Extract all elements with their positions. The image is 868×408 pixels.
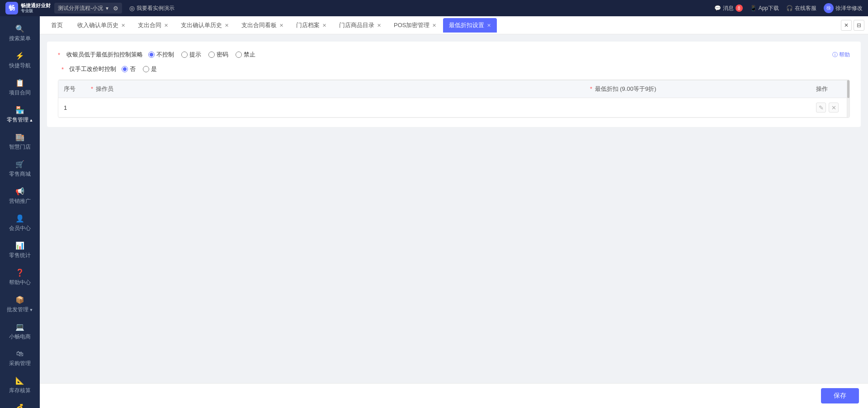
tab-store-products-label: 门店商品目录 bbox=[339, 21, 374, 29]
tab-payment-confirm-close-icon[interactable]: ✕ bbox=[225, 23, 229, 28]
tab-home[interactable]: 首页 bbox=[43, 18, 71, 33]
tab-more-btn[interactable]: ⊟ bbox=[854, 20, 864, 31]
tab-payment-contract-label: 支出合同 bbox=[138, 21, 161, 29]
sidebar-item-finance[interactable]: 💰 资金管理 bbox=[0, 399, 40, 408]
online-service-btn[interactable]: 🎧 在线客服 bbox=[786, 5, 816, 12]
strategy-forbid[interactable]: 禁止 bbox=[236, 51, 255, 59]
sidebar-item-help[interactable]: ❓ 帮助中心 bbox=[0, 264, 40, 291]
avatar: 徐 bbox=[824, 3, 834, 13]
tab-income-confirm-close-icon[interactable]: ✕ bbox=[121, 23, 125, 28]
sidebar-item-label: 搜索菜单 bbox=[9, 35, 31, 42]
strategy-forbid-input[interactable] bbox=[236, 52, 242, 58]
table-header-row: 序号 * 操作员 * 最低折扣 (9.00等于9折) bbox=[58, 80, 847, 98]
tab-payment-confirm[interactable]: 支出确认单历史 ✕ bbox=[175, 18, 235, 33]
strategy-required-mark: * bbox=[58, 52, 60, 58]
sidebar-item-inventory[interactable]: 📐 库存核算 bbox=[0, 372, 40, 399]
app-logo: 畅 畅捷通好业财 专业版 bbox=[5, 2, 51, 14]
tab-payment-contract-close-icon[interactable]: ✕ bbox=[164, 23, 168, 28]
tab-store-file[interactable]: 门店档案 ✕ bbox=[290, 18, 332, 33]
manual-yes[interactable]: 是 bbox=[143, 65, 157, 73]
tab-store-products-close-icon[interactable]: ✕ bbox=[377, 23, 381, 28]
strategy-password-label: 密码 bbox=[217, 51, 228, 59]
delete-icon[interactable]: ✕ bbox=[829, 103, 839, 113]
tab-min-discount[interactable]: 最低折扣设置 ✕ bbox=[443, 18, 497, 33]
tab-payment-board-close-icon[interactable]: ✕ bbox=[279, 23, 283, 28]
tab-pos-password-close-icon[interactable]: ✕ bbox=[432, 23, 436, 28]
tab-income-confirm-label: 收入确认单历史 bbox=[77, 21, 118, 29]
app-download-btn[interactable]: 📱 App下载 bbox=[750, 5, 779, 12]
tab-income-confirm[interactable]: 收入确认单历史 ✕ bbox=[71, 18, 131, 33]
action-icons: ✎ ✕ bbox=[816, 103, 841, 113]
strategy-password[interactable]: 密码 bbox=[208, 51, 228, 59]
sidebar-item-wholesale[interactable]: 📦 批发管理▼ bbox=[0, 291, 40, 318]
tab-store-products[interactable]: 门店商品目录 ✕ bbox=[333, 18, 387, 33]
project-chevron-icon: ▼ bbox=[105, 6, 109, 11]
retail-icon: 🏪 bbox=[15, 106, 24, 114]
smart-store-icon: 🏬 bbox=[15, 133, 24, 141]
scrollbar-thumb bbox=[847, 80, 849, 98]
tab-bar-actions: ✕ ⊟ bbox=[841, 20, 864, 31]
th-operator-required: * bbox=[91, 85, 93, 92]
sidebar-item-shortcut[interactable]: ⚡ 快捷导航 bbox=[0, 47, 40, 74]
app-edition: 专业版 bbox=[21, 9, 51, 14]
sidebar-item-marketing[interactable]: 📢 营销推广 bbox=[0, 183, 40, 210]
sidebar-item-label: 会员中心 bbox=[9, 225, 31, 232]
td-seq: 1 bbox=[58, 98, 85, 117]
save-button[interactable]: 保存 bbox=[821, 388, 859, 403]
table-wrapper: 序号 * 操作员 * 最低折扣 (9.00等于9折) bbox=[58, 80, 850, 118]
sidebar-item-search[interactable]: 🔍 搜索菜单 bbox=[0, 20, 40, 47]
manual-yes-input[interactable] bbox=[143, 66, 149, 72]
strategy-prompt[interactable]: 提示 bbox=[181, 51, 201, 59]
tab-payment-board[interactable]: 支出合同看板 ✕ bbox=[236, 18, 289, 33]
top-bar-right: 💬 消息 8 📱 App下载 🎧 在线客服 徐 徐泽华修改 bbox=[714, 3, 863, 13]
strategy-no-control-input[interactable] bbox=[148, 52, 155, 58]
help-label: 帮助 bbox=[839, 51, 850, 59]
sidebar: 🔍 搜索菜单 ⚡ 快捷导航 📋 项目合同 🏪 零售管理▲ 🏬 智慧门店 🛒 零售… bbox=[0, 16, 40, 408]
tab-payment-contract[interactable]: 支出合同 ✕ bbox=[132, 18, 174, 33]
sidebar-item-ecom[interactable]: 💻 小畅电商 bbox=[0, 318, 40, 345]
project-selector[interactable]: 测试分开流程-小况 ▼ ⚙ bbox=[54, 3, 122, 14]
table-row: 1 ✎ ✕ bbox=[58, 98, 847, 117]
strategy-prompt-input[interactable] bbox=[181, 52, 188, 58]
demo-text: 我要看实例演示 bbox=[137, 5, 175, 12]
inventory-icon: 📐 bbox=[15, 376, 24, 385]
retail-arrow-icon: ▲ bbox=[29, 118, 33, 122]
manual-no-input[interactable] bbox=[122, 66, 128, 72]
sidebar-item-smart-store[interactable]: 🏬 智慧门店 bbox=[0, 128, 40, 155]
sidebar-item-retail[interactable]: 🏪 零售管理▲ bbox=[0, 101, 40, 128]
finance-icon: 💰 bbox=[15, 403, 24, 408]
help-circle-icon: ⓘ bbox=[832, 51, 838, 59]
online-service-label: 在线客服 bbox=[795, 5, 816, 12]
edit-icon[interactable]: ✎ bbox=[816, 103, 826, 113]
demo-link[interactable]: ◎ 我要看实例演示 bbox=[129, 5, 175, 12]
strategy-radio-group: 不控制 提示 密码 禁止 bbox=[148, 51, 255, 59]
strategy-no-control[interactable]: 不控制 bbox=[148, 51, 174, 59]
sidebar-item-member[interactable]: 👤 会员中心 bbox=[0, 210, 40, 237]
message-btn[interactable]: 💬 消息 8 bbox=[714, 5, 743, 12]
sidebar-item-purchase[interactable]: 🛍 采购管理 bbox=[0, 345, 40, 372]
user-menu-btn[interactable]: 徐 徐泽华修改 bbox=[824, 3, 863, 13]
tab-close-all-btn[interactable]: ✕ bbox=[841, 20, 852, 31]
manual-no[interactable]: 否 bbox=[122, 65, 136, 73]
sidebar-item-label: 快捷导航 bbox=[9, 62, 31, 70]
shortcut-icon: ⚡ bbox=[15, 52, 24, 60]
strategy-password-input[interactable] bbox=[208, 52, 215, 58]
th-action: 操作 bbox=[811, 80, 847, 98]
tab-store-file-close-icon[interactable]: ✕ bbox=[322, 23, 326, 28]
table-scrollbar[interactable] bbox=[847, 80, 849, 117]
manual-yes-label: 是 bbox=[151, 65, 157, 73]
message-badge: 8 bbox=[736, 5, 743, 12]
sidebar-item-retail-stat[interactable]: 📊 零售统计 bbox=[0, 237, 40, 264]
help-btn[interactable]: ⓘ 帮助 bbox=[832, 51, 850, 59]
retail-stat-icon: 📊 bbox=[15, 241, 24, 250]
tab-min-discount-close-icon[interactable]: ✕ bbox=[487, 23, 491, 28]
sidebar-item-project[interactable]: 📋 项目合同 bbox=[0, 74, 40, 101]
logo-icon: 畅 bbox=[5, 2, 18, 14]
settings-icon[interactable]: ⚙ bbox=[113, 5, 118, 12]
manual-row: * 仅手工改价时控制 否 是 bbox=[58, 65, 850, 73]
td-min-discount bbox=[585, 98, 811, 117]
tab-pos-password[interactable]: POS加密管理 ✕ bbox=[388, 18, 442, 33]
th-operator: * 操作员 bbox=[85, 80, 585, 98]
sidebar-item-online-mall[interactable]: 🛒 零售商城 bbox=[0, 155, 40, 183]
online-mall-icon: 🛒 bbox=[15, 160, 24, 169]
